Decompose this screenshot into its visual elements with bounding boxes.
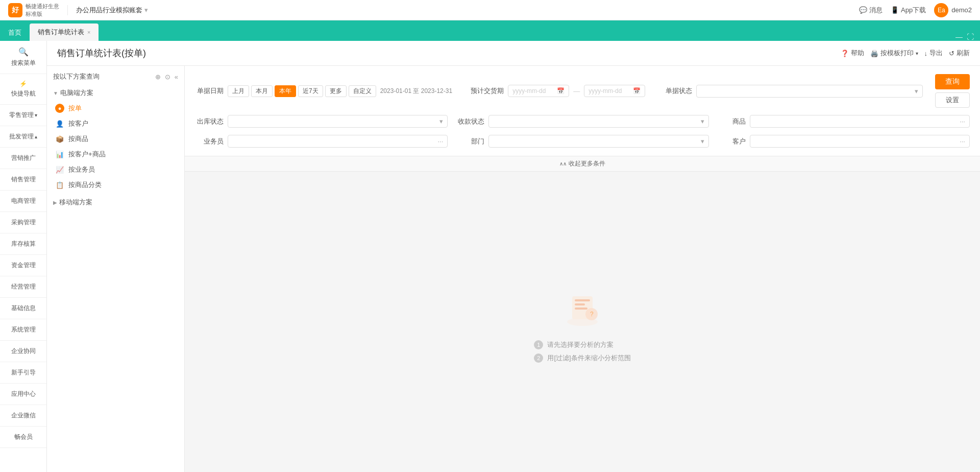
- window-maximize-icon[interactable]: ⛶: [967, 33, 974, 41]
- sidebar-system-label: 系统管理: [11, 325, 36, 334]
- export-icon: ↓: [924, 50, 928, 57]
- last-month-btn[interactable]: 上月: [228, 85, 249, 97]
- user-area[interactable]: Ea demo2: [934, 3, 972, 17]
- sidebar-operations[interactable]: 经营管理: [0, 276, 46, 298]
- tree-parent-mobile-label: 移动端方案: [59, 198, 92, 207]
- help-button[interactable]: ❓ 帮助: [841, 49, 864, 58]
- goods-dots-icon[interactable]: ···: [960, 117, 965, 125]
- sidebar-vip-label: 畅会员: [14, 433, 33, 441]
- sidebar-retail-label: 零售管理: [9, 111, 34, 120]
- tree-item-by-salesman[interactable]: 📈 按业务员: [47, 162, 184, 177]
- tab-home[interactable]: 首页: [0, 25, 30, 41]
- status-select[interactable]: ▾: [696, 85, 923, 98]
- sidebar-finance[interactable]: 资金管理: [0, 255, 46, 276]
- edit-scheme-icon[interactable]: ⊙: [165, 73, 170, 81]
- tree-item-category-label: 按商品分类: [68, 180, 102, 190]
- last7-btn[interactable]: 近7天: [298, 85, 323, 97]
- sidebar-marketing[interactable]: 营销推广: [0, 148, 46, 169]
- hint-num-1: 1: [534, 340, 543, 349]
- message-button[interactable]: 💬 消息: [859, 6, 883, 15]
- tab-sales-order[interactable]: 销售订单统计表 ×: [30, 23, 99, 41]
- date-separator: —: [573, 87, 580, 95]
- sidebar-purchase[interactable]: 采购管理: [0, 212, 46, 233]
- receipt-status-label: 收款状态: [456, 117, 484, 126]
- this-year-btn[interactable]: 本年: [275, 85, 296, 97]
- sidebar-search[interactable]: 🔍 搜索菜单: [0, 41, 46, 74]
- empty-state: ? 1 请先选择要分析的方案 2 用[过滤]条件来缩小分析范围: [185, 172, 980, 472]
- tree-item-by-cust-goods[interactable]: 📊 按客户+商品: [47, 147, 184, 162]
- tree-mobile-expand-icon: ▶: [53, 200, 57, 205]
- panel-header-icons: ⊕ ⊙ «: [155, 73, 178, 81]
- print-dropdown-icon: ▾: [916, 51, 918, 56]
- cust-goods-scheme-icon: 📊: [55, 150, 64, 159]
- sidebar-enterprise-label: 企业协同: [11, 347, 36, 356]
- sidebar-newuser[interactable]: 新手引导: [0, 362, 46, 384]
- sidebar-retail[interactable]: 零售管理 ▾: [0, 105, 46, 126]
- sidebar-inventory[interactable]: 库存核算: [0, 233, 46, 255]
- goods-select[interactable]: ···: [750, 115, 970, 128]
- app-download-button[interactable]: 📱 App下载: [891, 6, 926, 15]
- dept-dropdown-icon: ▾: [701, 137, 704, 145]
- category-scheme-icon: 📋: [55, 180, 64, 190]
- this-month-btn[interactable]: 本月: [251, 85, 273, 97]
- salesman-select[interactable]: ···: [228, 135, 448, 148]
- out-status-group: 出库状态 ▾: [195, 115, 448, 128]
- window-minimize-icon[interactable]: —: [955, 33, 963, 41]
- tree-parent-pc[interactable]: ▼ 电脑端方案: [47, 85, 184, 101]
- tree-item-by-order[interactable]: ● 按单: [47, 101, 184, 116]
- filter-row-1: 单据日期 上月 本月 本年 近7天 更多 自定义 2023-01-01 至 20…: [195, 74, 970, 108]
- dropdown-icon[interactable]: ▾: [144, 6, 148, 14]
- calendar-icon-from: 📅: [557, 87, 565, 95]
- sidebar-system[interactable]: 系统管理: [0, 319, 46, 341]
- salesman-dots-icon[interactable]: ···: [437, 137, 443, 145]
- collapse-label: 收起更多条件: [569, 159, 605, 168]
- export-button[interactable]: ↓ 导出: [924, 49, 943, 58]
- receipt-status-group: 收款状态 ▾: [456, 115, 708, 128]
- content-area: 销售订单统计表(按单) ❓ 帮助 🖨️ 按模板打印 ▾ ↓ 导出 ↺ 刷新: [47, 41, 980, 472]
- app-title[interactable]: 办公用品行业模拟账套 ▾: [76, 6, 148, 15]
- sidebar-corpwechat[interactable]: 企业微信: [0, 405, 46, 427]
- sidebar-appcenter[interactable]: 应用中心: [0, 384, 46, 405]
- tree-parent-mobile[interactable]: ▶ 移动端方案: [47, 195, 184, 210]
- customer-select[interactable]: ···: [750, 135, 970, 148]
- refresh-button[interactable]: ↺ 刷新: [949, 49, 970, 58]
- sidebar-sales[interactable]: 销售管理: [0, 169, 46, 191]
- sidebar-corpwechat-label: 企业微信: [11, 411, 36, 420]
- tree-item-label: 按单: [68, 104, 82, 113]
- sidebar-wholesale[interactable]: 批发管理 ▴: [0, 126, 46, 148]
- sidebar-basic[interactable]: 基础信息: [0, 298, 46, 319]
- collapse-panel-icon[interactable]: «: [175, 73, 178, 81]
- custom-btn[interactable]: 自定义: [349, 85, 376, 97]
- receipt-status-select[interactable]: ▾: [488, 115, 708, 128]
- logo-text: 畅捷通好生意 标准版: [26, 3, 59, 17]
- sidebar-shortcuts[interactable]: ⚡ 快捷导航: [0, 74, 46, 105]
- sidebar-ecommerce[interactable]: 电商管理: [0, 191, 46, 212]
- add-scheme-icon[interactable]: ⊕: [155, 73, 161, 81]
- sidebar-operations-label: 经营管理: [11, 282, 36, 291]
- more-btn[interactable]: 更多: [325, 85, 347, 97]
- out-status-select[interactable]: ▾: [228, 115, 448, 128]
- collapse-bar[interactable]: ∧∧ 收起更多条件: [185, 156, 980, 172]
- expected-date-to[interactable]: yyyy-mm-dd 📅: [584, 85, 645, 97]
- tab-close-button[interactable]: ×: [87, 29, 90, 35]
- tree-item-by-goods[interactable]: 📦 按商品: [47, 131, 184, 147]
- sidebar-enterprise[interactable]: 企业协同: [0, 341, 46, 362]
- print-button[interactable]: 🖨️ 按模板打印 ▾: [870, 49, 918, 58]
- expected-date-from[interactable]: yyyy-mm-dd 📅: [508, 85, 569, 97]
- tree-item-by-category[interactable]: 📋 按商品分类: [47, 177, 184, 193]
- receipt-dropdown-icon: ▾: [701, 117, 704, 125]
- message-icon: 💬: [859, 6, 867, 14]
- query-button[interactable]: 查询: [935, 74, 970, 89]
- left-panel: 按以下方案查询 ⊕ ⊙ « ▼ 电脑端方案 ● 按单 👤: [47, 66, 185, 472]
- settings-button[interactable]: 设置: [935, 92, 970, 108]
- dept-select[interactable]: ▾: [488, 135, 708, 148]
- tree-item-by-customer[interactable]: 👤 按客户: [47, 116, 184, 131]
- customer-label: 客户: [717, 137, 746, 146]
- expected-date-group: 预计交货期 yyyy-mm-dd 📅 — yyyy-mm-dd 📅: [471, 85, 645, 97]
- sidebar-vip[interactable]: 畅会员: [0, 427, 46, 448]
- goods-group: 商品 ···: [717, 115, 970, 128]
- tree-expand-icon: ▼: [53, 90, 58, 96]
- customer-dots-icon[interactable]: ···: [960, 137, 965, 145]
- sidebar-appcenter-label: 应用中心: [11, 390, 36, 398]
- help-icon: ❓: [841, 50, 849, 57]
